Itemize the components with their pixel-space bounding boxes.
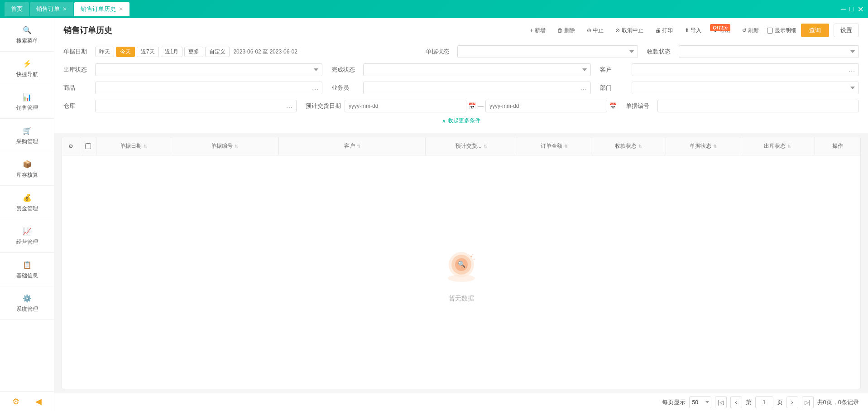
maximize-icon[interactable]: □ <box>849 5 854 13</box>
filter-row-3: 商品 … 业务员 … 部门 <box>63 79 859 97</box>
sidebar-item-sales[interactable]: 📊 销售管理 <box>0 85 54 119</box>
date-opt-custom[interactable]: 自定义 <box>205 47 230 57</box>
sidebar-settings-icon[interactable]: ⚙ <box>12 396 19 406</box>
warehouse-dots[interactable]: … <box>284 102 295 110</box>
tab-home-label: 首页 <box>11 5 23 13</box>
th-action-label: 操作 <box>832 142 843 150</box>
th-customer-label: 客户 <box>344 142 355 150</box>
date-to-calendar-icon[interactable]: 📅 <box>609 102 617 110</box>
filter-warehouse: 仓库 … <box>63 100 297 112</box>
filter-goods-label: 商品 <box>63 84 95 92</box>
tab-sales-order-history-label: 销售订单历史 <box>81 5 116 13</box>
filter-complete-status-label: 完成状态 <box>331 66 363 74</box>
expected-date-from-input[interactable] <box>345 100 466 112</box>
tab-sales-order-close[interactable]: ✕ <box>62 6 67 12</box>
doc-number-input[interactable] <box>657 100 859 112</box>
minimize-icon[interactable]: ─ <box>841 5 846 13</box>
cancel-stop-button[interactable]: ⊘ 取消中止 <box>612 25 647 36</box>
sidebar-item-purchase[interactable]: 🛒 采购管理 <box>0 119 54 152</box>
sales-person-input[interactable] <box>363 82 590 94</box>
expected-date-to-input[interactable] <box>485 100 607 112</box>
goods-dots[interactable]: … <box>310 83 321 92</box>
sidebar-item-finance[interactable]: 💰 资金管理 <box>0 186 54 219</box>
th-action: 操作 <box>815 137 860 155</box>
th-customer[interactable]: 客户 ⇅ <box>279 137 426 155</box>
page-last-btn[interactable]: ▷| <box>802 396 814 408</box>
sidebar-item-search[interactable]: 🔍 搜索菜单 <box>0 18 54 52</box>
th-settings[interactable]: ⚙ <box>62 137 80 155</box>
import-button[interactable]: ⬆ 导入 <box>681 25 705 36</box>
close-window-icon[interactable]: ✕ <box>858 5 863 14</box>
sidebar-bottom: ⚙ ◀ <box>0 392 54 411</box>
customer-dots[interactable]: … <box>846 65 857 73</box>
date-opt-yesterday[interactable]: 昨天 <box>95 47 114 57</box>
customer-input[interactable] <box>632 63 859 76</box>
out-status-select[interactable] <box>95 63 322 76</box>
th-doc-status[interactable]: 单据状态 ⇅ <box>666 137 741 155</box>
page-number-input[interactable] <box>755 396 773 408</box>
complete-status-select[interactable] <box>363 63 590 76</box>
sidebar-item-inventory[interactable]: 📦 库存核算 <box>0 152 54 186</box>
total-text: 共0页，0条记录 <box>817 398 859 406</box>
sidebar-item-purchase-label: 采购管理 <box>16 138 38 145</box>
date-opt-7days[interactable]: 近7天 <box>137 47 159 57</box>
delete-button[interactable]: 🗑 删除 <box>554 25 579 36</box>
th-amount-sort-icon: ⇅ <box>564 144 568 149</box>
show-detail-checkbox[interactable]: 显示明细 <box>767 27 796 34</box>
dept-select[interactable] <box>632 82 859 94</box>
toolbar: + 新增 🗑 删除 ⊘ 中止 ⊘ 取消中止 🖨 打印 ⬆ 导入 ⬇ 导出 ↺ 刷… <box>526 24 859 37</box>
page-size-select[interactable]: 20 50 100 200 <box>689 396 711 408</box>
sidebar-item-sales-label: 销售管理 <box>16 104 38 112</box>
th-pay-status[interactable]: 收款状态 ⇅ <box>591 137 666 155</box>
page-first-btn[interactable]: |◁ <box>715 396 727 408</box>
sidebar-item-info[interactable]: 📋 基础信息 <box>0 253 54 286</box>
th-number[interactable]: 单据编号 ⇅ <box>171 137 279 155</box>
tab-home[interactable]: 首页 <box>5 2 29 16</box>
tab-sales-order[interactable]: 销售订单 ✕ <box>30 2 73 16</box>
sidebar-item-system[interactable]: ⚙️ 系统管理 <box>0 286 54 320</box>
filter-warehouse-label: 仓库 <box>63 102 95 110</box>
tab-sales-order-history-close[interactable]: ✕ <box>119 6 123 12</box>
sidebar-item-operations-label: 经营管理 <box>16 238 38 246</box>
warehouse-input[interactable] <box>95 100 297 112</box>
th-amount[interactable]: 订单金额 ⇅ <box>517 137 592 155</box>
th-pay-sort-icon: ⇅ <box>638 144 642 149</box>
filter-doc-status: 单据状态 <box>417 45 638 58</box>
sales-person-dots[interactable]: … <box>578 83 589 92</box>
filter-complete-status: 完成状态 <box>322 63 590 76</box>
select-all-checkbox[interactable] <box>85 143 91 149</box>
print-button[interactable]: 🖨 打印 <box>652 25 676 36</box>
page-title-row: 销售订单历史 + 新增 🗑 删除 ⊘ 中止 ⊘ 取消中止 🖨 打印 ⬆ 导入 ⬇… <box>63 24 859 37</box>
settings-button[interactable]: 设置 <box>834 24 859 37</box>
operations-icon: 📈 <box>22 226 33 237</box>
inventory-icon: 📦 <box>22 159 33 169</box>
show-detail-input[interactable] <box>767 28 773 34</box>
pay-status-select[interactable] <box>679 45 859 58</box>
filter-sales-person-label: 业务员 <box>331 84 363 92</box>
warehouse-control: … <box>95 100 297 112</box>
refresh-button[interactable]: ↺ 刷新 <box>739 25 762 36</box>
collapse-bar[interactable]: ∧ 收起更多条件 <box>63 115 859 128</box>
filter-expected-date: 预计交货日期 📅 — 📅 <box>297 100 617 112</box>
doc-status-select[interactable] <box>457 45 638 58</box>
date-opt-more[interactable]: 更多 <box>184 47 203 57</box>
th-date[interactable]: 单据日期 ⇅ <box>96 137 171 155</box>
query-button[interactable]: 查询 <box>801 24 829 37</box>
page-prev-btn[interactable]: ‹ <box>730 396 742 408</box>
date-opt-1month[interactable]: 近1月 <box>161 47 183 57</box>
sidebar-collapse-icon[interactable]: ◀ <box>35 396 42 406</box>
th-delivery[interactable]: 预计交货... ⇅ <box>426 137 517 155</box>
sidebar-item-operations[interactable]: 📈 经营管理 <box>0 219 54 253</box>
filter-dept-label: 部门 <box>600 84 632 92</box>
goods-input[interactable] <box>95 82 322 94</box>
sidebar-item-quick-nav[interactable]: ⚡ 快捷导航 <box>0 52 54 85</box>
customer-control: … <box>632 63 859 76</box>
page-next-btn[interactable]: › <box>786 396 798 408</box>
tab-sales-order-history[interactable]: 销售订单历史 ✕ <box>74 2 129 16</box>
sidebar-item-search-label: 搜索菜单 <box>16 37 38 45</box>
stop-button[interactable]: ⊘ 中止 <box>583 25 607 36</box>
date-opt-today[interactable]: 今天 <box>116 47 135 57</box>
th-out-status[interactable]: 出库状态 ⇅ <box>740 137 815 155</box>
search-menu-icon: 🔍 <box>22 24 33 35</box>
new-button[interactable]: + 新增 <box>526 25 549 36</box>
